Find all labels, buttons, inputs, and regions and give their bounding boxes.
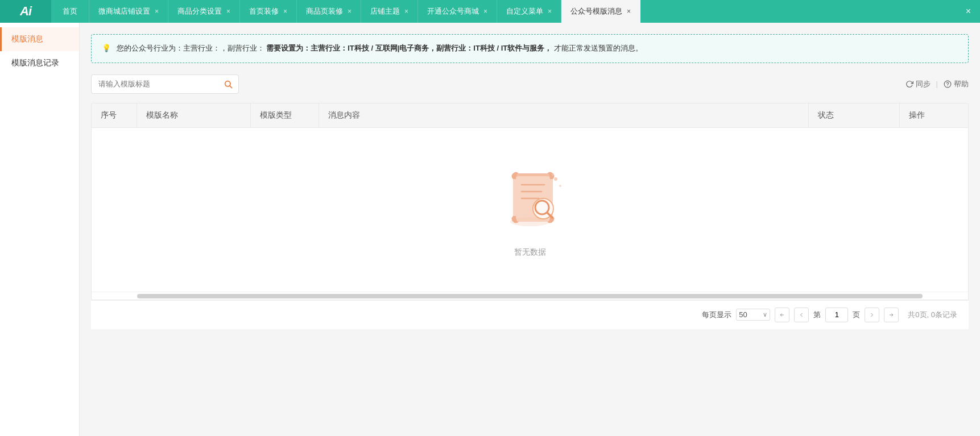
page-size-select[interactable]: 50 ∨ — [736, 309, 770, 321]
svg-point-11 — [554, 177, 557, 181]
search-bar: 同步 | 帮助 — [91, 74, 969, 94]
notice-text-prefix: 您的公众号行业为：主营行业：，副营行业： — [117, 44, 264, 52]
th-type: 模版类型 — [251, 103, 319, 127]
help-button[interactable]: 帮助 — [944, 79, 969, 89]
prev-page-button[interactable] — [794, 308, 809, 322]
help-icon — [944, 80, 952, 88]
sidebar: 模版消息模版消息记录 — [0, 23, 80, 436]
tab-close-custom-menu[interactable]: × — [548, 7, 552, 15]
svg-point-12 — [559, 185, 561, 187]
svg-point-13 — [552, 173, 554, 176]
global-close-button[interactable]: × — [957, 0, 980, 23]
nav-tab-custom-menu[interactable]: 自定义菜单× — [497, 0, 561, 23]
table-header: 序号模版名称模版类型消息内容状态操作 — [92, 103, 968, 128]
first-page-button[interactable] — [775, 308, 789, 322]
next-page-button[interactable] — [865, 308, 879, 322]
nav-tab-category-settings[interactable]: 商品分类设置× — [168, 0, 240, 23]
sidebar-item-template-message-records[interactable]: 模版消息记录 — [0, 51, 79, 75]
pagination-bar: 每页显示 50 ∨ 第 页 — [91, 300, 969, 329]
page-label-post: 页 — [853, 310, 860, 320]
nav-tab-home[interactable]: 首页 — [51, 0, 89, 23]
nav-tab-open-mall[interactable]: 开通公众号商城× — [418, 0, 497, 23]
sync-button[interactable]: 同步 — [905, 79, 931, 89]
next-page-icon — [869, 312, 875, 318]
nav-tab-shop-theme[interactable]: 店铺主题× — [361, 0, 418, 23]
chevron-down-icon: ∨ — [763, 311, 767, 318]
tab-close-shop-settings[interactable]: × — [155, 7, 159, 15]
empty-illustration — [493, 162, 567, 236]
th-index: 序号 — [92, 103, 137, 127]
th-status: 状态 — [809, 103, 900, 127]
search-field-container — [91, 74, 239, 94]
logo: Ai — [0, 0, 51, 23]
search-actions: 同步 | 帮助 — [905, 79, 969, 89]
th-action: 操作 — [900, 103, 968, 127]
page-number-input[interactable] — [825, 308, 848, 322]
horizontal-scrollbar[interactable] — [92, 292, 968, 300]
page-size-value: 50 — [739, 310, 747, 319]
page-size-label: 每页显示 — [702, 310, 731, 320]
sidebar-item-template-message[interactable]: 模版消息 — [0, 27, 79, 51]
last-page-icon — [888, 312, 895, 318]
table-container: 序号模版名称模版类型消息内容状态操作 — [91, 103, 969, 300]
tab-close-open-mall[interactable]: × — [483, 7, 487, 15]
tab-close-shop-theme[interactable]: × — [404, 7, 408, 15]
scrollbar-track — [137, 294, 923, 298]
svg-line-1 — [230, 86, 232, 88]
logo-text: Ai — [20, 4, 31, 19]
notice-box: 💡 您的公众号行业为：主营行业：，副营行业： 需要设置为：主营行业：IT科技 /… — [91, 34, 969, 63]
total-text: 共0页, 0条记录 — [908, 310, 957, 320]
empty-state: 暂无数据 — [92, 128, 968, 292]
notice-icon: 💡 — [102, 44, 111, 52]
divider: | — [936, 80, 938, 88]
help-label: 帮助 — [954, 79, 969, 89]
th-name: 模版名称 — [137, 103, 251, 127]
top-nav: Ai 首页微商城店铺设置×商品分类设置×首页装修×商品页装修×店铺主题×开通公众… — [0, 0, 980, 23]
tab-close-category-settings[interactable]: × — [226, 7, 230, 15]
tab-close-product-decor[interactable]: × — [348, 7, 352, 15]
last-page-button[interactable] — [884, 308, 899, 322]
main-layout: 模版消息模版消息记录 💡 您的公众号行业为：主营行业：，副营行业： 需要设置为：… — [0, 23, 980, 436]
prev-page-icon — [798, 312, 805, 318]
notice-text-highlight: 需要设置为：主营行业：IT科技 / 互联网|电子商务，副营行业：IT科技 / I… — [266, 44, 552, 52]
sync-label: 同步 — [916, 79, 931, 89]
nav-tab-homepage-decor[interactable]: 首页装修× — [240, 0, 297, 23]
tab-close-template-message[interactable]: × — [627, 7, 631, 15]
nav-tabs-container: 首页微商城店铺设置×商品分类设置×首页装修×商品页装修×店铺主题×开通公众号商城… — [51, 0, 957, 23]
page-label-pre: 第 — [813, 310, 821, 320]
first-page-icon — [779, 312, 785, 318]
notice-text-suffix: 才能正常发送预置的消息。 — [554, 44, 643, 52]
sync-icon — [905, 80, 913, 88]
content-area: 💡 您的公众号行业为：主营行业：，副营行业： 需要设置为：主营行业：IT科技 /… — [80, 23, 980, 436]
nav-tab-shop-settings[interactable]: 微商城店铺设置× — [89, 0, 168, 23]
nav-tab-template-message[interactable]: 公众号模版消息× — [561, 0, 640, 23]
search-input[interactable] — [92, 80, 218, 88]
search-button[interactable] — [218, 74, 238, 94]
th-content: 消息内容 — [319, 103, 809, 127]
search-icon — [224, 80, 233, 89]
tab-close-homepage-decor[interactable]: × — [283, 7, 287, 15]
nav-tab-product-decor[interactable]: 商品页装修× — [297, 0, 361, 23]
empty-text: 暂无数据 — [514, 247, 546, 258]
